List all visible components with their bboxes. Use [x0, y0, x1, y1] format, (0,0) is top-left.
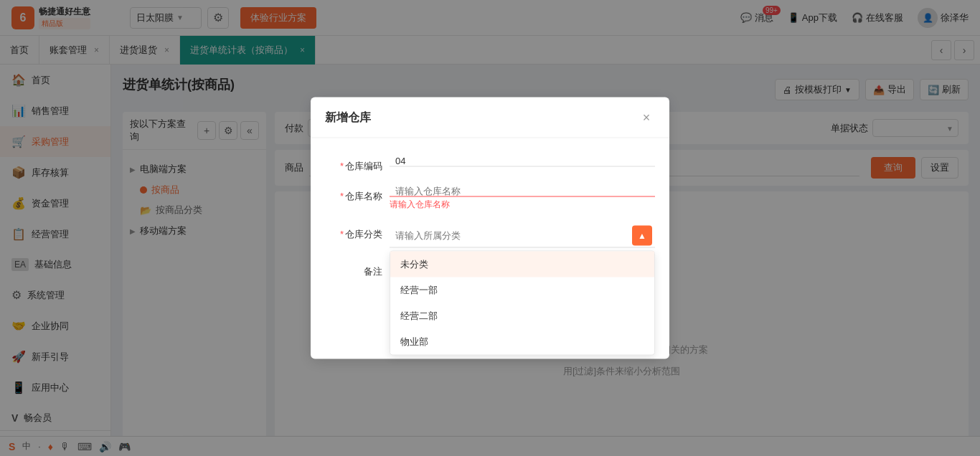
dropdown-item-uncategorized[interactable]: 未分类 [390, 252, 654, 277]
form-row-name: *仓库名称 请输入仓库名称 [325, 186, 655, 211]
code-input-wrapper [390, 156, 655, 167]
category-label: *仓库分类 [325, 224, 382, 241]
form-row-category: *仓库分类 ▲ 未分类 经营一部 经营二部 物业部 [325, 224, 655, 248]
modal-body: *仓库编码 *仓库名称 请输入仓库名称 *仓库分类 ▲ [311, 138, 669, 313]
category-input[interactable] [390, 224, 655, 248]
category-dropdown: 未分类 经营一部 经营二部 物业部 [390, 251, 655, 356]
notes-label: 备注 [325, 261, 382, 278]
name-input-wrapper: 请输入仓库名称 [390, 186, 655, 211]
dropdown-item-dept1[interactable]: 经营一部 [390, 277, 654, 303]
form-row-code: *仓库编码 [325, 156, 655, 173]
code-label: *仓库编码 [325, 156, 382, 173]
name-label: *仓库名称 [325, 186, 382, 203]
dropdown-item-property[interactable]: 物业部 [390, 329, 654, 355]
name-input[interactable] [390, 186, 655, 197]
modal-close-button[interactable]: × [638, 109, 655, 126]
add-warehouse-modal: 新增仓库 × *仓库编码 *仓库名称 请输入仓库名称 *仓库分类 [311, 98, 669, 359]
name-error-message: 请输入仓库名称 [390, 199, 655, 211]
modal-header: 新增仓库 × [311, 98, 669, 138]
dropdown-item-dept2[interactable]: 经营二部 [390, 303, 654, 329]
category-input-wrapper: ▲ 未分类 经营一部 经营二部 物业部 [390, 224, 655, 248]
category-toggle-button[interactable]: ▲ [632, 226, 652, 246]
modal-title: 新增仓库 [325, 110, 371, 125]
code-input[interactable] [390, 156, 655, 167]
